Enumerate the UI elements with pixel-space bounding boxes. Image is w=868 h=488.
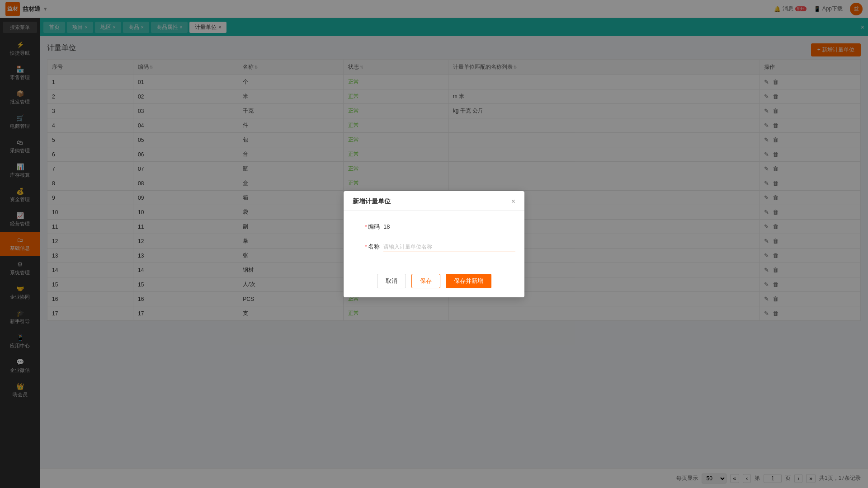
modal-close-btn[interactable]: × — [511, 197, 515, 206]
modal-footer: 取消 保存 保存并新增 — [344, 268, 524, 297]
save-button[interactable]: 保存 — [411, 274, 440, 288]
name-row: 名称 — [353, 241, 515, 252]
name-label: 名称 — [353, 243, 380, 251]
unit-name-input[interactable] — [383, 241, 515, 252]
modal-header: 新增计量单位 × — [344, 191, 524, 211]
code-row: 编码 — [353, 221, 515, 232]
modal-title: 新增计量单位 — [353, 197, 391, 206]
cancel-button[interactable]: 取消 — [377, 274, 406, 288]
add-unit-modal: 新增计量单位 × 编码 名称 取消 保存 保存并新增 — [344, 191, 524, 297]
save-continue-button[interactable]: 保存并新增 — [446, 274, 491, 288]
code-label: 编码 — [353, 223, 380, 231]
modal-overlay: 新增计量单位 × 编码 名称 取消 保存 保存并新增 — [0, 0, 868, 488]
modal-body: 编码 名称 — [344, 211, 524, 268]
code-input[interactable] — [383, 221, 515, 232]
